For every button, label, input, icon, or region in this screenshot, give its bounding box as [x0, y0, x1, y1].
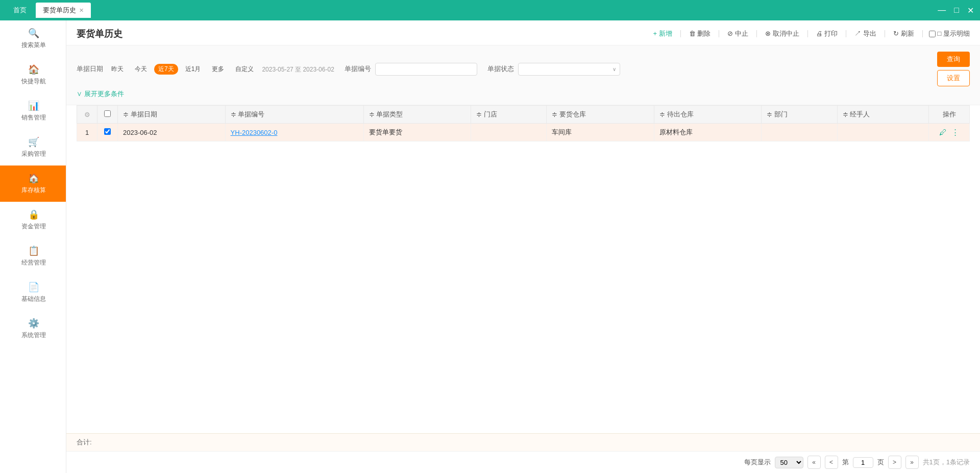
col-doc-no: ≑ 单据编号	[225, 106, 363, 124]
doc-no-filter-group: 单据编号	[345, 63, 477, 76]
content-area: 要货单历史 + 新增 🗑 删除 ⊘ 中止 ⊗ 取消中止 🖨 打印 ↗ 导出 ↻ …	[66, 20, 980, 473]
summary-label: 合计:	[77, 438, 92, 446]
column-settings-icon[interactable]: ⚙	[84, 111, 90, 119]
next-page-btn[interactable]: >	[888, 456, 901, 469]
window-maximize-btn[interactable]: □	[954, 6, 959, 15]
window-actions: — □ ✕	[938, 6, 974, 15]
sidebar-item-sales[interactable]: 📊 销售管理	[0, 93, 66, 129]
tab-yaohuodan-label: 要货单历史	[43, 6, 76, 15]
status-label: 单据状态	[487, 64, 514, 74]
tab-yaohuodan[interactable]: 要货单历史 ✕	[36, 3, 91, 18]
divider-3	[756, 30, 757, 37]
col-req-warehouse: ≑ 要货仓库	[547, 106, 654, 124]
date-shortcut-more[interactable]: 更多	[208, 64, 228, 75]
table-row: 1 2023-06-02 YH-20230602-0 要货单要货 车间库 原材料…	[77, 124, 970, 141]
date-shortcut-custom[interactable]: 自定义	[231, 64, 258, 75]
tab-bar: 首页 要货单历史 ✕	[6, 3, 938, 18]
table-body: 1 2023-06-02 YH-20230602-0 要货单要货 车间库 原材料…	[77, 124, 970, 141]
prev-page-btn[interactable]: <	[825, 456, 838, 469]
expand-more-label: ∨ 展开更多条件	[77, 89, 124, 99]
divider-6	[885, 30, 885, 37]
row-handler	[837, 124, 928, 141]
tab-home[interactable]: 首页	[6, 3, 34, 18]
page-unit: 页	[877, 458, 884, 467]
table-area: ⚙ ≑ 单据日期 ≑ 单据编号 ≑ 单据类型	[66, 105, 980, 433]
home-icon: 🏠	[28, 64, 39, 75]
row-doc-no-link[interactable]: YH-20230602-0	[231, 129, 278, 136]
page-word: 第	[842, 458, 849, 467]
page-number-input[interactable]	[853, 457, 873, 468]
sidebar-item-basic-label: 基础信息	[21, 295, 46, 303]
sidebar-item-operation[interactable]: 📋 经营管理	[0, 238, 66, 274]
table-header-row: ⚙ ≑ 单据日期 ≑ 单据编号 ≑ 单据类型	[77, 106, 970, 124]
select-all-checkbox[interactable]	[104, 110, 111, 117]
col-req-warehouse-label: ≑ 要货仓库	[552, 110, 586, 118]
query-buttons: 查询 设置	[937, 52, 970, 86]
delete-button[interactable]: 🗑 删除	[687, 29, 713, 38]
page-size-select[interactable]: 50 100 200	[775, 457, 803, 468]
page-header: 要货单历史 + 新增 🗑 删除 ⊘ 中止 ⊗ 取消中止 🖨 打印 ↗ 导出 ↻ …	[66, 20, 980, 45]
sidebar-item-system-label: 系统管理	[21, 331, 46, 340]
status-select-wrapper: ∨	[518, 63, 620, 76]
tab-close-icon[interactable]: ✕	[79, 7, 84, 14]
sidebar-item-inventory[interactable]: 🏠 库存核算	[0, 165, 66, 202]
first-page-btn[interactable]: «	[807, 456, 821, 469]
row-doc-type: 要货单要货	[363, 124, 471, 141]
doc-no-input[interactable]	[375, 63, 477, 76]
row-more-icon[interactable]: ⋮	[951, 128, 959, 136]
divider-7	[922, 30, 923, 37]
col-handler-label: ≑ 经手人	[843, 110, 870, 118]
date-shortcut-yesterday[interactable]: 昨天	[107, 64, 128, 75]
show-detail-toggle[interactable]: □ 显示明细	[929, 29, 970, 38]
date-shortcut-7days[interactable]: 近7天	[154, 64, 178, 75]
refresh-button[interactable]: ↻ 刷新	[891, 29, 916, 38]
sidebar-item-purchase[interactable]: 🛒 采购管理	[0, 129, 66, 165]
col-department-label: ≑ 部门	[767, 110, 788, 118]
sidebar-item-system[interactable]: ⚙️ 系统管理	[0, 311, 66, 347]
cancel-stop-button[interactable]: ⊗ 取消中止	[763, 29, 801, 38]
col-doc-type: ≑ 单据类型	[363, 106, 471, 124]
status-input[interactable]	[518, 63, 620, 76]
sidebar-item-quick-nav[interactable]: 🏠 快捷导航	[0, 57, 66, 93]
operation-icon: 📋	[28, 245, 39, 256]
col-store-label: ≑ 门店	[476, 110, 497, 118]
export-button[interactable]: ↗ 导出	[852, 29, 878, 38]
sidebar-item-sales-label: 销售管理	[21, 113, 46, 122]
date-filter-label: 单据日期	[77, 64, 103, 74]
row-pending-warehouse: 原材料仓库	[654, 124, 762, 141]
table-header: ⚙ ≑ 单据日期 ≑ 单据编号 ≑ 单据类型	[77, 106, 970, 124]
sidebar-item-basic[interactable]: 📄 基础信息	[0, 274, 66, 311]
col-store: ≑ 门店	[471, 106, 547, 124]
row-store	[471, 124, 547, 141]
col-handler: ≑ 经手人	[837, 106, 928, 124]
window-close-btn[interactable]: ✕	[967, 6, 974, 15]
sidebar-item-search[interactable]: 🔍 搜索菜单	[0, 20, 66, 57]
col-pending-warehouse: ≑ 待出仓库	[654, 106, 762, 124]
sidebar-item-purchase-label: 采购管理	[21, 150, 46, 158]
expand-more-btn[interactable]: ∨ 展开更多条件	[77, 89, 970, 99]
date-shortcut-1month[interactable]: 近1月	[181, 64, 205, 75]
add-button[interactable]: + 新增	[651, 29, 674, 38]
stop-button[interactable]: ⊘ 中止	[725, 29, 750, 38]
col-date-label: ≑ 单据日期	[123, 110, 157, 118]
query-button[interactable]: 查询	[937, 52, 970, 67]
date-filter-group: 单据日期 昨天 今天 近7天 近1月 更多 自定义 2023-05-27 至 2…	[77, 64, 334, 75]
date-shortcut-today[interactable]: 今天	[131, 64, 151, 75]
search-icon: 🔍	[28, 28, 39, 39]
col-doc-no-label: ≑ 单据编号	[231, 110, 265, 118]
col-doc-type-label: ≑ 单据类型	[369, 110, 403, 118]
row-checkbox[interactable]	[104, 128, 111, 135]
row-edit-icon[interactable]: 🖊	[939, 128, 947, 136]
show-detail-checkbox[interactable]	[929, 31, 936, 37]
sidebar-item-operation-label: 经营管理	[21, 258, 46, 267]
window-minimize-btn[interactable]: —	[938, 6, 946, 15]
sidebar-item-finance[interactable]: 🔒 资金管理	[0, 202, 66, 238]
divider-4	[807, 30, 808, 37]
row-doc-no: YH-20230602-0	[225, 124, 363, 141]
last-page-btn[interactable]: »	[905, 456, 919, 469]
date-shortcuts: 昨天 今天 近7天 近1月 更多 自定义	[107, 64, 258, 75]
sidebar-item-inventory-label: 库存核算	[21, 186, 46, 195]
pagination: 每页显示 50 100 200 « < 第 页 > » 共1页，1条记录	[66, 451, 980, 473]
print-button[interactable]: 🖨 打印	[814, 29, 840, 38]
settings-button[interactable]: 设置	[937, 70, 970, 86]
